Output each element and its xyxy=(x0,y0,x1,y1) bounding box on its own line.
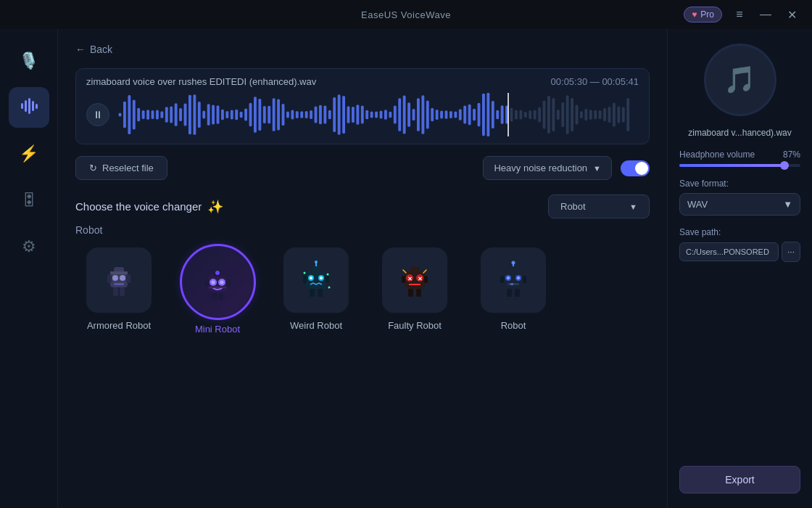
svg-rect-24 xyxy=(207,104,210,126)
svg-rect-17 xyxy=(175,103,178,126)
svg-text:✕: ✕ xyxy=(407,276,413,282)
svg-rect-23 xyxy=(202,110,205,118)
menu-button[interactable]: ≡ xyxy=(731,6,748,23)
robot-name-armored-robot: Armored Robot xyxy=(87,320,151,331)
sidebar-item-bolt[interactable]: ⚡ xyxy=(9,134,49,174)
svg-rect-21 xyxy=(193,94,196,134)
svg-rect-72 xyxy=(431,108,434,122)
svg-rect-78 xyxy=(459,109,462,120)
svg-point-149 xyxy=(320,276,323,279)
svg-rect-106 xyxy=(589,110,592,120)
svg-rect-66 xyxy=(403,95,406,134)
volume-fill xyxy=(679,164,784,167)
svg-rect-5 xyxy=(119,112,122,116)
svg-point-151 xyxy=(327,274,329,276)
svg-rect-120 xyxy=(120,287,125,296)
svg-point-145 xyxy=(315,261,318,263)
robot-name-faulty-robot: Faulty Robot xyxy=(388,320,442,331)
svg-rect-102 xyxy=(571,98,573,131)
svg-rect-76 xyxy=(450,111,452,118)
svg-rect-7 xyxy=(128,95,130,134)
svg-rect-81 xyxy=(473,109,476,120)
svg-rect-117 xyxy=(107,274,112,283)
pro-badge[interactable]: ♥ Pro xyxy=(684,7,722,22)
back-button[interactable]: ← Back xyxy=(75,44,112,55)
svg-text:✕: ✕ xyxy=(418,276,423,282)
svg-rect-47 xyxy=(315,106,318,123)
svg-rect-39 xyxy=(277,99,280,131)
path-browse-button[interactable]: ··· xyxy=(782,242,800,262)
noise-reduction-dropdown[interactable]: Heavy noise reduction ▼ xyxy=(483,156,612,180)
robot-icon-wrapper-faulty-robot: ✕ ✕ xyxy=(382,247,447,313)
svg-rect-20 xyxy=(188,95,191,134)
microphone-icon: 🎙️ xyxy=(19,52,38,70)
svg-rect-86 xyxy=(496,110,499,119)
export-button[interactable]: Export xyxy=(679,466,800,493)
save-path-input[interactable]: C:/Users...PONSORED xyxy=(679,242,779,261)
close-button[interactable]: ✕ xyxy=(783,6,800,23)
svg-rect-142 xyxy=(318,289,323,297)
track-name: zimaboard v...hanced).wav xyxy=(688,128,792,138)
reselect-file-button[interactable]: ↻ Reselect file xyxy=(75,156,167,180)
svg-rect-12 xyxy=(152,110,154,119)
sidebar-item-microphone[interactable]: 🎙️ xyxy=(9,41,49,81)
headphone-volume-section: Headphone volume 87% xyxy=(679,149,800,167)
controls-row: ↻ Reselect file Heavy noise reduction ▼ xyxy=(75,156,650,180)
svg-rect-55 xyxy=(352,107,355,123)
svg-rect-19 xyxy=(184,104,187,126)
svg-rect-176 xyxy=(510,283,513,285)
volume-thumb[interactable] xyxy=(780,161,789,170)
voice-changer-header: Choose the voice changer ✨ Robot ▼ xyxy=(75,194,650,218)
svg-point-123 xyxy=(120,275,125,281)
svg-rect-77 xyxy=(454,111,457,118)
svg-rect-156 xyxy=(408,289,413,297)
save-path-section: Save path: C:/Users...PONSORED ··· xyxy=(679,227,800,262)
headphone-volume-value: 87% xyxy=(783,149,800,160)
svg-rect-43 xyxy=(296,111,299,118)
svg-rect-129 xyxy=(212,292,217,300)
robot-section-label: Robot xyxy=(75,224,650,236)
robot-card-robot[interactable]: Robot xyxy=(470,247,557,335)
sidebar-item-sliders[interactable]: 🎛 xyxy=(9,180,49,221)
svg-rect-80 xyxy=(468,105,471,125)
robot-card-armored-robot[interactable]: Armored Robot xyxy=(75,247,162,335)
svg-rect-83 xyxy=(482,94,485,136)
svg-rect-177 xyxy=(513,283,516,285)
minimize-button[interactable]: — xyxy=(757,6,774,23)
robot-icon-wrapper-armored-robot xyxy=(86,247,152,313)
sidebar-item-settings[interactable]: ⚙ xyxy=(9,226,49,267)
svg-rect-53 xyxy=(342,96,345,134)
play-pause-button[interactable]: ⏸ xyxy=(86,103,109,126)
svg-rect-45 xyxy=(305,111,308,118)
noise-reduction-toggle[interactable] xyxy=(621,160,650,176)
svg-rect-26 xyxy=(217,105,220,123)
sidebar-item-waveform[interactable] xyxy=(9,87,49,128)
svg-rect-38 xyxy=(273,98,276,131)
svg-rect-125 xyxy=(110,271,128,274)
svg-rect-64 xyxy=(394,106,397,124)
save-format-dropdown[interactable]: WAV ▼ xyxy=(679,193,800,216)
svg-rect-13 xyxy=(156,110,159,120)
volume-bar[interactable] xyxy=(679,164,800,167)
robot-card-faulty-robot[interactable]: ✕ ✕ Faulty Robot xyxy=(371,247,458,335)
svg-rect-140 xyxy=(326,276,329,283)
voice-category-dropdown[interactable]: Robot ▼ xyxy=(548,194,650,218)
sliders-icon: 🎛 xyxy=(21,191,37,210)
svg-rect-49 xyxy=(323,105,326,123)
svg-rect-46 xyxy=(310,110,312,119)
robot-card-mini-robot[interactable]: Mini Robot xyxy=(174,247,261,335)
svg-rect-96 xyxy=(543,100,546,128)
svg-rect-48 xyxy=(319,105,322,124)
svg-rect-167 xyxy=(515,289,520,297)
svg-rect-128 xyxy=(226,279,231,287)
robot-name-robot: Robot xyxy=(501,320,526,331)
robot-card-weird-robot[interactable]: Weird Robot xyxy=(273,247,360,335)
svg-rect-90 xyxy=(515,110,518,119)
robot-icon-wrapper-weird-robot xyxy=(283,247,349,313)
refresh-icon: ↻ xyxy=(89,163,97,173)
svg-rect-2 xyxy=(28,98,30,114)
svg-rect-79 xyxy=(463,105,466,123)
svg-point-152 xyxy=(328,287,331,289)
svg-rect-1 xyxy=(25,100,27,112)
svg-rect-34 xyxy=(254,97,257,132)
